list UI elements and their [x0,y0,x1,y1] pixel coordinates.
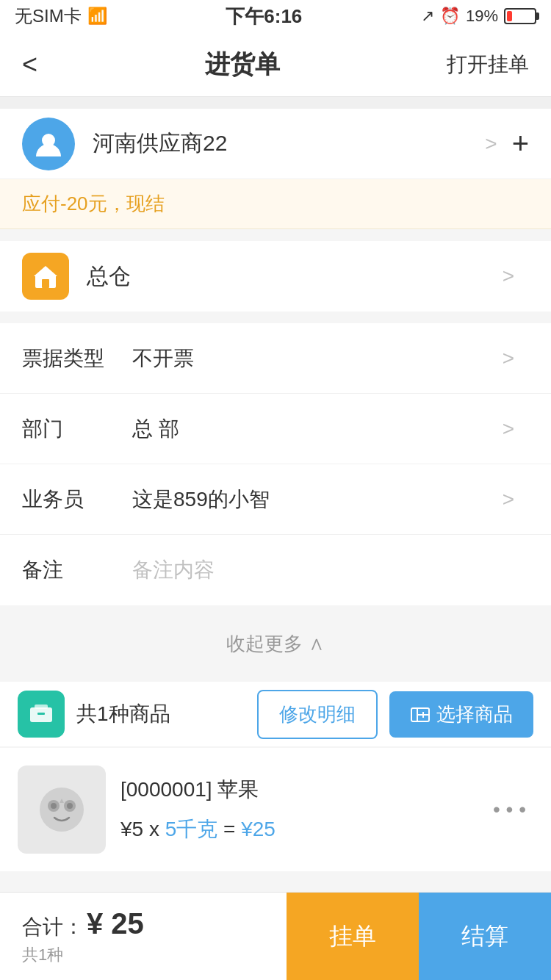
battery-icon [504,8,536,24]
dept-chevron-icon: > [503,417,514,441]
form-section: 票据类型 不开票 > 部门 总 部 > 业务员 这是859的小智 > 备注 备注… [0,323,551,605]
sales-row[interactable]: 业务员 这是859的小智 > [0,464,551,535]
invoice-row[interactable]: 票据类型 不开票 > [0,323,551,394]
price-unit: ¥5 x [120,818,165,840]
section-divider-1 [0,97,551,109]
sales-chevron-icon: > [503,488,514,511]
select-product-icon [410,704,431,724]
warehouse-chevron-icon: > [503,264,514,288]
invoice-label: 票据类型 [22,345,125,372]
dept-row[interactable]: 部门 总 部 > [0,394,551,464]
nav-bar: < 进货单 打开挂单 [0,32,551,97]
status-left: 无SIM卡 📶 [15,4,107,28]
notice-text: 应付-20元，现结 [22,192,165,215]
product-info: [0000001] 苹果 ¥5 x 5千克 = ¥25 [120,776,471,843]
invoice-value: 不开票 [125,345,503,372]
open-pending-button[interactable]: 打开挂单 [447,51,529,79]
svg-rect-3 [42,279,49,288]
svg-rect-6 [37,713,45,715]
svg-rect-5 [35,705,48,709]
status-bar: 无SIM卡 📶 下午6:16 ↗ ⏰ 19% [0,0,551,32]
total-sub: 共1种 [22,944,264,966]
warehouse-svg [32,263,59,289]
dept-value: 总 部 [125,415,503,443]
product-thumb-svg [36,784,87,835]
back-button[interactable]: < [22,49,37,80]
product-count-icon [18,691,65,738]
product-thumbnail [18,765,106,854]
status-right: ↗ ⏰ 19% [421,7,536,26]
edit-detail-button[interactable]: 修改明细 [257,690,378,739]
svg-marker-2 [34,266,57,276]
supplier-name: 河南供应商22 [93,129,485,159]
wifi-icon: 📶 [87,7,107,26]
carrier-text: 无SIM卡 [15,4,82,28]
product-price: ¥5 x 5千克 = ¥25 [120,815,471,843]
location-icon: ↗ [421,7,434,26]
price-eq: = [217,818,241,840]
remark-label: 备注 [22,556,125,584]
supplier-avatar-icon [33,129,64,159]
collapse-label: 收起更多 ∧ [226,631,324,657]
select-product-label: 选择商品 [436,702,513,727]
price-total: ¥25 [241,818,276,840]
collapse-toggle[interactable]: 收起更多 ∧ [0,617,551,670]
total-amount: ¥ 25 [87,907,144,940]
supplier-section[interactable]: 河南供应商22 > + [0,109,551,179]
supplier-chevron-icon: > [485,132,497,156]
total-label: 合计： [22,913,84,941]
product-icon-svg [27,700,55,728]
product-id: [0000001] [120,778,217,801]
add-supplier-button[interactable]: + [512,127,529,160]
alarm-icon: ⏰ [440,7,460,26]
product-count-text: 共1种商品 [76,700,245,728]
product-name: [0000001] 苹果 [120,776,471,804]
svg-point-11 [40,788,84,832]
supplier-avatar [22,118,75,170]
svg-point-15 [67,803,73,809]
svg-point-14 [51,803,57,809]
sales-label: 业务员 [22,486,125,514]
battery-percent: 19% [466,7,498,26]
product-item: [0000001] 苹果 ¥5 x 5千克 = ¥25 • • • [0,748,551,871]
bottom-bar: 合计： ¥ 25 共1种 挂单 结算 [0,892,551,980]
battery-fill [507,11,512,21]
select-product-button[interactable]: 选择商品 [389,691,533,738]
warehouse-icon [22,253,69,300]
checkout-button[interactable]: 结算 [419,893,551,980]
invoice-chevron-icon: > [503,347,514,370]
dept-label: 部门 [22,415,125,443]
checkout-label: 结算 [461,920,508,953]
hang-button[interactable]: 挂单 [287,893,419,980]
hang-label: 挂单 [329,920,376,953]
product-more-button[interactable]: • • • [486,790,533,829]
price-qty: 5千克 [165,818,218,840]
remark-row[interactable]: 备注 备注内容 [0,535,551,605]
page-title: 进货单 [205,48,280,82]
product-title: 苹果 [217,778,259,801]
notice-bar: 应付-20元，现结 [0,179,551,229]
remark-input[interactable]: 备注内容 [125,556,529,584]
product-header: 共1种商品 修改明细 选择商品 [0,682,551,746]
sales-value: 这是859的小智 [125,486,503,514]
total-section: 合计： ¥ 25 共1种 [0,893,287,980]
warehouse-name: 总仓 [87,262,503,292]
warehouse-section[interactable]: 总仓 > [0,241,551,311]
status-time: 下午6:16 [226,4,302,29]
